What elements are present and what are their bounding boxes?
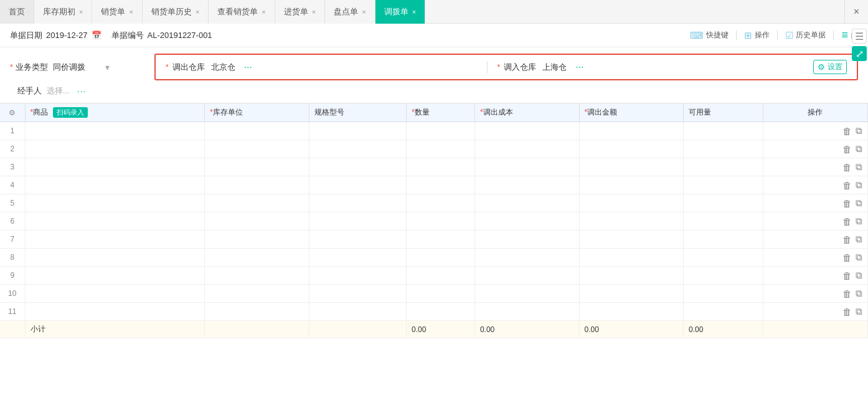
cell-product[interactable] — [25, 231, 205, 249]
cell-spec[interactable] — [309, 122, 406, 140]
tab-view-sales[interactable]: 查看销货单 × — [209, 0, 275, 24]
cell-product[interactable] — [25, 303, 205, 321]
cell-cost[interactable] — [474, 267, 579, 285]
cell-amount[interactable] — [579, 267, 684, 285]
cell-cost[interactable] — [474, 158, 579, 176]
table-container[interactable]: ⚙ *商品 扫码录入 *库存单位 规格型号 *数量 *调出成本 *调出金额 可用… — [0, 103, 868, 395]
tab-transfer[interactable]: 调拨单 × — [375, 0, 425, 24]
cell-amount[interactable] — [579, 231, 684, 249]
operations-btn[interactable]: ⊞ 操作 — [744, 30, 770, 41]
cell-qty[interactable] — [407, 267, 475, 285]
cell-spec[interactable] — [309, 158, 406, 176]
calendar-icon[interactable]: 📅 — [92, 31, 101, 40]
copy-row-btn[interactable]: ⧉ — [856, 125, 862, 136]
delete-row-btn[interactable]: 🗑 — [842, 144, 852, 155]
tab-close-view-sales[interactable]: × — [262, 8, 265, 16]
cell-product[interactable] — [25, 194, 205, 212]
cell-unit[interactable] — [205, 285, 309, 303]
cell-product[interactable] — [25, 267, 205, 285]
scan-button[interactable]: 扫码录入 — [53, 107, 88, 118]
cell-qty[interactable] — [407, 212, 475, 231]
cell-amount[interactable] — [579, 158, 684, 176]
cell-spec[interactable] — [309, 212, 406, 231]
cell-spec[interactable] — [309, 231, 406, 249]
warehouse-out-more[interactable]: ··· — [244, 62, 252, 73]
copy-row-btn[interactable]: ⧉ — [856, 216, 862, 227]
cell-qty[interactable] — [407, 176, 475, 194]
tab-close-transfer[interactable]: × — [412, 8, 416, 16]
cell-qty[interactable] — [407, 194, 475, 212]
cell-spec[interactable] — [309, 176, 406, 194]
copy-row-btn[interactable]: ⧉ — [856, 234, 862, 245]
sidebar-expand-icon[interactable]: ⤢ — [852, 46, 867, 61]
operator-more[interactable]: ··· — [77, 86, 87, 96]
cell-unit[interactable] — [205, 176, 309, 194]
history-btn[interactable]: ☑ 历史单据 — [785, 30, 826, 41]
cell-unit[interactable] — [205, 267, 309, 285]
tab-home[interactable]: 首页 — [0, 0, 34, 24]
cell-spec[interactable] — [309, 194, 406, 212]
cell-amount[interactable] — [579, 303, 684, 321]
cell-spec[interactable] — [309, 285, 406, 303]
copy-row-btn[interactable]: ⧉ — [856, 161, 862, 173]
cell-product[interactable] — [25, 176, 205, 194]
tab-close-purchase[interactable]: × — [312, 8, 316, 16]
cell-cost[interactable] — [474, 194, 579, 212]
cell-amount[interactable] — [579, 122, 684, 140]
copy-row-btn[interactable]: ⧉ — [856, 288, 862, 299]
delete-row-btn[interactable]: 🗑 — [842, 216, 852, 227]
tab-close-sales-order[interactable]: × — [129, 8, 133, 16]
delete-row-btn[interactable]: 🗑 — [842, 180, 852, 191]
cell-qty[interactable] — [407, 158, 475, 176]
tab-sales-order[interactable]: 销货单 × — [92, 0, 142, 24]
shortcuts-btn[interactable]: ⌨ 快捷键 — [690, 30, 729, 41]
cell-cost[interactable] — [474, 176, 579, 194]
cell-unit[interactable] — [205, 194, 309, 212]
cell-unit[interactable] — [205, 249, 309, 267]
copy-row-btn[interactable]: ⧉ — [856, 198, 862, 209]
delete-row-btn[interactable]: 🗑 — [842, 270, 852, 281]
cell-cost[interactable] — [474, 212, 579, 231]
cell-cost[interactable] — [474, 231, 579, 249]
cell-cost[interactable] — [474, 285, 579, 303]
cell-product[interactable] — [25, 249, 205, 267]
cell-unit[interactable] — [205, 158, 309, 176]
cell-amount[interactable] — [579, 140, 684, 158]
cell-unit[interactable] — [205, 303, 309, 321]
cell-product[interactable] — [25, 140, 205, 158]
cell-qty[interactable] — [407, 285, 475, 303]
cell-spec[interactable] — [309, 249, 406, 267]
delete-row-btn[interactable]: 🗑 — [842, 234, 852, 245]
tab-close-inventory[interactable]: × — [362, 8, 366, 16]
tab-purchase[interactable]: 进货单 × — [275, 0, 325, 24]
copy-row-btn[interactable]: ⧉ — [856, 143, 862, 155]
delete-row-btn[interactable]: 🗑 — [842, 126, 852, 136]
copy-row-btn[interactable]: ⧉ — [856, 252, 862, 263]
tab-sales-history[interactable]: 销货单历史 × — [143, 0, 209, 24]
cell-unit[interactable] — [205, 140, 309, 158]
sidebar-list-icon[interactable]: ☰ — [852, 29, 867, 44]
cell-spec[interactable] — [309, 267, 406, 285]
window-close-btn[interactable]: × — [844, 0, 868, 24]
cell-qty[interactable] — [407, 122, 475, 140]
cell-cost[interactable] — [474, 140, 579, 158]
cell-cost[interactable] — [474, 303, 579, 321]
delete-row-btn[interactable]: 🗑 — [842, 307, 852, 317]
cell-product[interactable] — [25, 212, 205, 231]
cell-cost[interactable] — [474, 249, 579, 267]
cell-product[interactable] — [25, 285, 205, 303]
cell-amount[interactable] — [579, 285, 684, 303]
cell-qty[interactable] — [407, 249, 475, 267]
tab-close-init-stock[interactable]: × — [79, 8, 83, 16]
cell-cost[interactable] — [474, 122, 579, 140]
cell-amount[interactable] — [579, 249, 684, 267]
settings-btn[interactable]: ⚙ 设置 — [813, 60, 847, 74]
tab-close-sales-history[interactable]: × — [196, 8, 199, 16]
cell-unit[interactable] — [205, 212, 309, 231]
cell-amount[interactable] — [579, 194, 684, 212]
cell-unit[interactable] — [205, 231, 309, 249]
delete-row-btn[interactable]: 🗑 — [842, 288, 852, 299]
cell-qty[interactable] — [407, 140, 475, 158]
gear-th[interactable]: ⚙ — [0, 103, 25, 122]
cell-amount[interactable] — [579, 176, 684, 194]
